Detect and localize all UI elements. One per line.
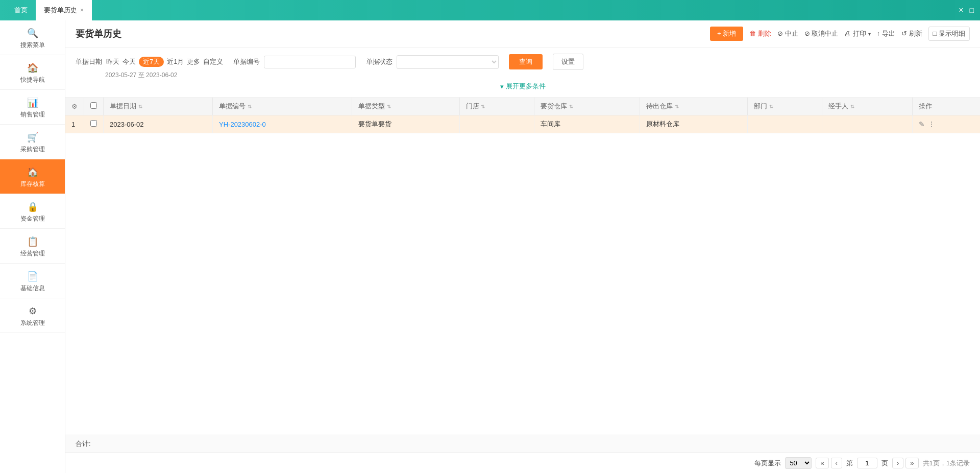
sort-icon-handler: ⇅ [850,104,854,109]
date-filter-group: 单据日期 昨天 今天 近7天 近1月 更多 自定义 [76,57,223,67]
search-menu-icon: 🔍 [27,28,38,39]
col-pending-warehouse[interactable]: 待出仓库 ⇅ [640,98,748,115]
base-info-icon: 📄 [27,271,38,282]
new-button[interactable]: + 新增 [710,27,743,41]
col-doc-type[interactable]: 单据类型 ⇅ [352,98,460,115]
sidebar-item-base-info-label: 基础信息 [20,284,45,293]
prev-page-button[interactable]: ‹ [831,458,842,468]
date-range-display: 2023-05-27 至 2023-06-02 [105,71,970,80]
row-actions: ✎ ⋮ [919,120,974,128]
sort-icon-dept: ⇅ [769,104,773,109]
date-range-text: 2023-05-27 至 2023-06-02 [105,72,177,79]
sidebar-item-base-info[interactable]: 📄 基础信息 [0,264,65,298]
stop-button[interactable]: ⊘ 中止 [777,29,798,38]
sort-icon-req-warehouse: ⇅ [569,104,573,109]
sort-icon-doc-date: ⇅ [138,104,142,109]
row-dept [747,115,822,133]
next-page-button[interactable]: › [892,458,903,468]
sidebar-item-sales[interactable]: 📊 销售管理 [0,90,65,125]
docno-input[interactable] [264,56,356,68]
page-size-label: 每页显示 [754,459,781,468]
sidebar-item-operations-label: 经营管理 [20,249,45,258]
page-size-select[interactable]: 50 10 20 100 [785,457,812,469]
tab-doc-history[interactable]: 要货单历史 × [36,0,92,20]
col-req-warehouse[interactable]: 要货仓库 ⇅ [534,98,640,115]
page-total-info: 共1页，1条记录 [923,459,970,468]
main-layout: 🔍 搜索菜单 🏠 快捷导航 📊 销售管理 🛒 采购管理 🏠 库存核算 🔒 资金管… [0,20,980,473]
settings-button[interactable]: 设置 [553,54,583,70]
sidebar-item-system-label: 系统管理 [20,319,45,327]
stop-button-label: ⊘ 中止 [777,29,798,38]
select-all-checkbox[interactable] [90,102,97,109]
edit-action-icon[interactable]: ✎ [919,120,925,128]
status-select[interactable] [397,55,499,69]
date-more[interactable]: 更多 [187,57,200,66]
top-bar: 首页 要货单历史 × × □ [0,0,980,20]
query-button[interactable]: 查询 [509,54,543,69]
last-page-button[interactable]: » [905,458,918,468]
docno-filter-label: 单据编号 [233,57,260,66]
page-header: 要货单历史 + 新增 🗑 删除 ⊘ 中止 ⊘ 取消中止 🖨 打印 ▾ [65,20,980,48]
status-filter-label: 单据状态 [366,57,393,66]
date-yesterday[interactable]: 昨天 [106,57,119,66]
sidebar-item-finance[interactable]: 🔒 资金管理 [0,194,65,229]
date-custom[interactable]: 自定义 [203,57,223,66]
sidebar-item-quick-nav[interactable]: 🏠 快捷导航 [0,55,65,90]
row-doc-type: 要货单要货 [352,115,460,133]
cancel-stop-button[interactable]: ⊘ 取消中止 [804,29,839,38]
col-actions: 操作 [913,98,980,115]
date-1month[interactable]: 近1月 [167,57,184,66]
row-pending-warehouse: 原材料仓库 [640,115,748,133]
col-dept[interactable]: 部门 ⇅ [747,98,822,115]
more-action-icon[interactable]: ⋮ [928,120,935,128]
date-filter-label: 单据日期 [76,57,102,66]
window-maximize-btn[interactable]: □ [970,6,974,14]
export-button-label: ↑ 导出 [877,29,895,38]
content-area: 要货单历史 + 新增 🗑 删除 ⊘ 中止 ⊘ 取消中止 🖨 打印 ▾ [65,20,980,473]
pagination-bar: 每页显示 50 10 20 100 « ‹ 第 页 › » 共1页，1条记录 [65,453,980,473]
sales-icon: 📊 [27,97,38,108]
first-page-button[interactable]: « [816,458,828,468]
delete-button[interactable]: 🗑 删除 [749,29,771,38]
tab-close-icon[interactable]: × [80,7,84,14]
sidebar: 🔍 搜索菜单 🏠 快捷导航 📊 销售管理 🛒 采购管理 🏠 库存核算 🔒 资金管… [0,20,65,473]
row-doc-no[interactable]: YH-20230602-0 [213,115,352,133]
settings-button-label: 设置 [561,58,575,65]
sidebar-item-sales-label: 销售管理 [20,110,45,119]
sort-icon-doc-type: ⇅ [387,104,391,109]
inventory-icon: 🏠 [27,167,38,178]
sidebar-item-inventory[interactable]: 🏠 库存核算 [0,159,65,194]
page-nav: « ‹ 第 页 › » [816,458,918,468]
col-doc-no[interactable]: 单据编号 ⇅ [213,98,352,115]
sidebar-item-finance-label: 资金管理 [20,215,45,223]
show-detail-button[interactable]: □ 显示明细 [928,27,970,41]
query-button-label: 查询 [519,58,532,65]
sidebar-item-purchase[interactable]: 🛒 采购管理 [0,125,65,159]
date-7days[interactable]: 近7天 [139,57,164,67]
operations-icon: 📋 [27,236,38,247]
col-handler[interactable]: 经手人 ⇅ [822,98,913,115]
expand-more-btn[interactable]: ▾ 展开更多条件 [76,80,970,93]
row-checkbox[interactable] [90,120,97,127]
col-doc-date[interactable]: 单据日期 ⇅ [104,98,213,115]
sidebar-item-search-menu[interactable]: 🔍 搜索菜单 [0,20,65,55]
col-store[interactable]: 门店 ⇅ [459,98,534,115]
doc-no-link[interactable]: YH-20230602-0 [219,121,266,128]
window-close-btn[interactable]: × [959,6,963,15]
page-jun-label: 第 [846,459,853,468]
col-settings[interactable]: ⚙ [65,98,84,115]
top-bar-right: × □ [959,6,974,15]
system-icon: ⚙ [29,305,37,317]
sidebar-item-operations[interactable]: 📋 经营管理 [0,229,65,264]
tab-home[interactable]: 首页 [6,0,36,20]
page-label: 页 [881,459,888,468]
refresh-button[interactable]: ↺ 刷新 [901,29,922,38]
print-button[interactable]: 🖨 打印 ▾ [844,29,871,38]
export-button[interactable]: ↑ 导出 [877,29,895,38]
date-today[interactable]: 今天 [122,57,136,66]
page-number-input[interactable] [857,458,877,468]
sidebar-item-system[interactable]: ⚙ 系统管理 [0,298,65,333]
row-handler [822,115,913,133]
row-store [459,115,534,133]
purchase-icon: 🛒 [27,132,38,143]
